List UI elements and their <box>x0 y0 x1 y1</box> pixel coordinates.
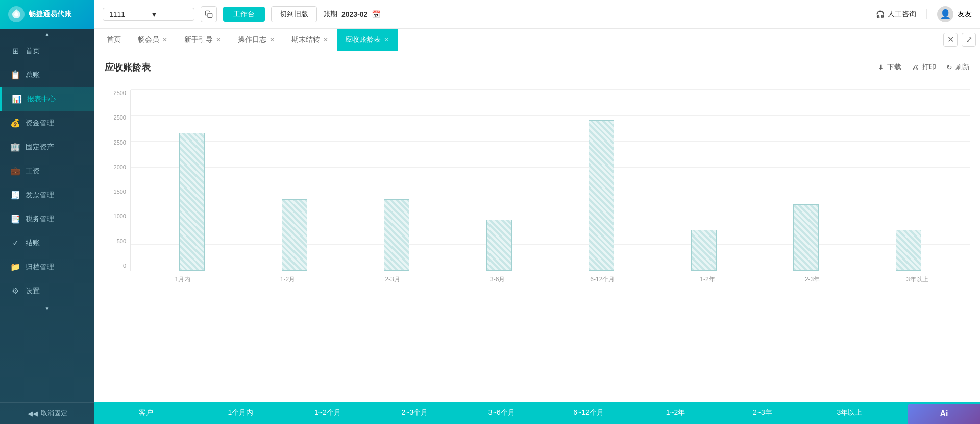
col-2-3y: 2~3年 <box>719 408 806 417</box>
bar-jan <box>179 133 205 271</box>
sidebar-item-assets[interactable]: 🏢 固定资产 <box>0 135 94 159</box>
y-label-1000: 1000 <box>114 213 126 219</box>
sidebar-item-ledger-label: 总账 <box>26 70 40 80</box>
tab-member[interactable]: 畅会员 ✕ <box>130 29 176 51</box>
tab-oplog-close[interactable]: ✕ <box>270 36 275 43</box>
sidebar-item-reports[interactable]: 📊 报表中心 <box>0 87 94 111</box>
tab-guide-close[interactable]: ✕ <box>216 36 221 43</box>
sidebar-item-funds[interactable]: 💰 资金管理 <box>0 111 94 135</box>
tabs-bar: 首页 畅会员 ✕ 新手引导 ✕ 操作日志 ✕ 期末结转 ✕ 应收账龄表 ✕ <box>94 29 980 51</box>
print-button[interactable]: 🖨 打印 <box>912 63 936 72</box>
chevron-down-icon: ▼ <box>151 10 188 18</box>
sidebar-item-settings[interactable]: ⚙ 设置 <box>0 279 94 303</box>
bar-3y-plus-rect <box>896 230 921 271</box>
sidebar-item-tax[interactable]: 📑 税务管理 <box>0 207 94 231</box>
tab-home[interactable]: 首页 <box>99 29 130 51</box>
sidebar-item-settings-label: 设置 <box>26 287 40 296</box>
tab-aging[interactable]: 应收账龄表 ✕ <box>337 29 398 51</box>
x-label-2-3y: 2-3年 <box>797 275 828 284</box>
x-label-1-2m: 1-2月 <box>272 275 303 284</box>
tabs-bar-right: ✕ ⤢ <box>943 33 976 47</box>
cancel-fixed-button[interactable]: ◀◀ 取消固定 <box>0 403 94 424</box>
sidebar-item-salary[interactable]: 💼 工资 <box>0 159 94 183</box>
sidebar-item-close[interactable]: ✓ 结账 <box>0 231 94 255</box>
close-acct-icon: ✓ <box>10 238 20 248</box>
tab-oplog-label: 操作日志 <box>238 35 266 44</box>
sidebar-item-reports-label: 报表中心 <box>27 95 56 104</box>
home-icon: ⊞ <box>10 46 20 56</box>
bar-2-3y <box>793 204 819 271</box>
sidebar-item-home-label: 首页 <box>26 46 40 56</box>
consult-label: 人工咨询 <box>888 10 916 19</box>
svg-rect-0 <box>208 13 212 18</box>
page-content: 应收账龄表 ⬇ 下载 🖨 打印 ↻ 刷新 <box>94 51 980 424</box>
col-customer: 客户 <box>94 408 197 417</box>
tab-home-label: 首页 <box>107 35 121 44</box>
sidebar-item-invoice[interactable]: 🧾 发票管理 <box>0 183 94 207</box>
sidebar-item-tax-label: 税务管理 <box>26 215 54 224</box>
sidebar-item-funds-label: 资金管理 <box>26 119 54 128</box>
period-area: 账期 2023-02 📅 <box>323 10 380 19</box>
x-label-3y-plus: 3年以上 <box>902 275 933 284</box>
y-label-2500a: 2500 <box>114 139 126 146</box>
expand-tab-button[interactable]: ⤢ <box>962 33 976 47</box>
sidebar-item-archive[interactable]: 📁 归档管理 <box>0 255 94 279</box>
assets-icon: 🏢 <box>10 142 20 152</box>
header-right: 🎧 人工咨询 👤 友友 <box>876 6 972 22</box>
workbench-button[interactable]: 工作台 <box>223 7 265 22</box>
tab-period-end-close[interactable]: ✕ <box>323 36 328 43</box>
cancel-fixed-icon: ◀◀ <box>28 410 38 417</box>
scroll-up-button[interactable]: ▲ <box>0 29 94 39</box>
table-footer-header: 客户 1个月内 1~2个月 2~3个月 3~6个月 6~12个月 1~2年 2~… <box>94 402 980 424</box>
download-icon: ⬇ <box>878 63 884 72</box>
sidebar-item-ledger[interactable]: 📋 总账 <box>0 63 94 87</box>
tax-icon: 📑 <box>10 214 20 224</box>
page-title: 应收账龄表 <box>105 61 151 74</box>
user-area[interactable]: 👤 友友 <box>937 6 972 22</box>
calendar-icon[interactable]: 📅 <box>372 10 380 18</box>
bar-3-6m-rect <box>486 220 512 271</box>
tab-member-label: 畅会员 <box>138 35 159 44</box>
reports-icon: 📊 <box>12 94 22 104</box>
tab-member-close[interactable]: ✕ <box>162 36 167 43</box>
bar-3-6m <box>486 220 512 271</box>
consult-button[interactable]: 🎧 人工咨询 <box>876 10 916 19</box>
col-1-2m: 1~2个月 <box>284 408 371 417</box>
x-axis: 1月内 1-2月 2-3月 3-6月 6-12个月 1-2年 2-3年 3年以上 <box>130 271 970 284</box>
col-6-12m: 6~12个月 <box>545 408 632 417</box>
chart-grid <box>130 90 970 271</box>
y-label-2500c: 2500 <box>114 90 126 96</box>
bar-3y-plus <box>896 230 921 271</box>
bar-2-3y-rect <box>793 204 819 271</box>
main-layout: ▲ ⊞ 首页 📋 总账 📊 报表中心 💰 资金管理 🏢 固定资产 💼 工资 🧾 … <box>0 29 980 424</box>
page-header: 应收账龄表 ⬇ 下载 🖨 打印 ↻ 刷新 <box>105 61 970 74</box>
sidebar-item-archive-label: 归档管理 <box>26 263 54 272</box>
sidebar-bottom: ◀◀ 取消固定 <box>0 402 94 424</box>
print-icon: 🖨 <box>912 63 919 72</box>
tab-oplog[interactable]: 操作日志 ✕ <box>230 29 283 51</box>
y-label-0: 0 <box>123 263 126 269</box>
download-button[interactable]: ⬇ 下载 <box>878 63 901 72</box>
cancel-fixed-label: 取消固定 <box>41 409 67 418</box>
divider <box>926 9 927 19</box>
scroll-down-button[interactable]: ▼ <box>0 303 94 313</box>
switch-version-button[interactable]: 切到旧版 <box>271 6 317 22</box>
refresh-button[interactable]: ↻ 刷新 <box>946 63 970 72</box>
copy-button[interactable] <box>201 6 217 22</box>
refresh-label: 刷新 <box>955 63 970 72</box>
y-label-1500: 1500 <box>114 189 126 195</box>
content-area: 首页 畅会员 ✕ 新手引导 ✕ 操作日志 ✕ 期末结转 ✕ 应收账龄表 ✕ <box>94 29 980 424</box>
x-label-jan: 1月内 <box>167 275 198 284</box>
company-selector[interactable]: 1111 ▼ <box>103 8 194 21</box>
tab-period-end-label: 期末结转 <box>291 35 320 44</box>
sidebar-item-home[interactable]: ⊞ 首页 <box>0 39 94 63</box>
y-label-2000: 2000 <box>114 164 126 170</box>
settings-icon: ⚙ <box>10 286 20 296</box>
header-content: 1111 ▼ 工作台 切到旧版 账期 2023-02 📅 🎧 人工咨询 👤 友友 <box>94 6 980 22</box>
tab-guide[interactable]: 新手引导 ✕ <box>176 29 230 51</box>
tab-period-end[interactable]: 期末结转 ✕ <box>283 29 337 51</box>
close-tab-button[interactable]: ✕ <box>943 33 958 47</box>
chart-container: 0 500 1000 1500 2000 2500 2500 2500 <box>105 82 970 296</box>
ai-badge[interactable]: Ai <box>908 404 980 424</box>
tab-aging-close[interactable]: ✕ <box>384 36 389 43</box>
